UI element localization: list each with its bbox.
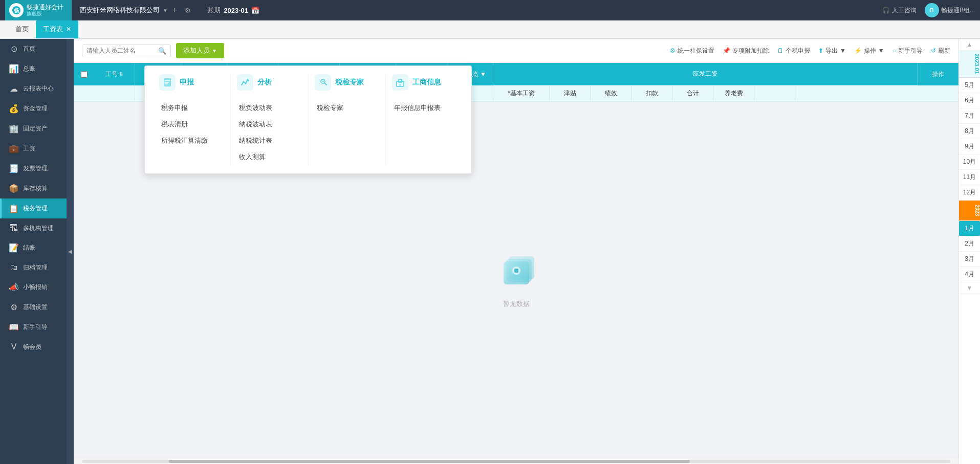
right-panel: ▲ 2023.01 5月 6月 7月 8月 9月 10月 11月 12月 202… <box>959 39 980 464</box>
sidebar-item-invoice[interactable]: 🧾 发票管理 <box>0 159 67 179</box>
sidebar-item-multi-org[interactable]: 🏗 多机构管理 <box>0 218 67 238</box>
right-panel-month-10[interactable]: 10月 <box>959 154 980 170</box>
sidebar-item-assets[interactable]: 🏢 固定资产 <box>0 119 67 139</box>
operation-icon: ⚡ <box>854 47 862 54</box>
tsh-base-salary-label: *基本工资 <box>508 89 535 98</box>
svg-point-13 <box>247 79 249 81</box>
popup-annual-report-item[interactable]: 年报信息申报表 <box>392 100 457 116</box>
add-person-button[interactable]: 添加人员 ▼ <box>176 43 224 58</box>
sidebar-item-vip[interactable]: V 畅会员 <box>0 337 67 357</box>
right-panel-month-6[interactable]: 6月 <box>959 93 980 108</box>
sidebar-item-expense[interactable]: 📣 小畅报销 <box>0 277 67 297</box>
company-dropdown-arrow[interactable]: ▼ <box>163 8 168 13</box>
th-employee-id[interactable]: 工号 ⇅ <box>94 63 135 85</box>
logo-text: 畅捷通好会计 旗舰版 <box>27 4 63 17</box>
ai-consult-button[interactable]: 🎧 人工咨询 <box>882 6 917 15</box>
right-panel-month-5[interactable]: 5月 <box>959 78 980 93</box>
svg-rect-4 <box>509 256 534 279</box>
bottom-scrollbar[interactable] <box>74 458 959 464</box>
user-area[interactable]: B 畅捷通B组... <box>925 3 975 17</box>
right-panel-month-7[interactable]: 7月 <box>959 108 980 124</box>
tsh-total: 合计 <box>672 85 713 101</box>
sort-icon: ⇅ <box>119 72 123 77</box>
right-panel-down-button[interactable]: ▼ <box>959 282 980 294</box>
tsh-total-label: 合计 <box>687 89 699 98</box>
sidebar-item-funds[interactable]: 💰 资金管理 <box>0 99 67 119</box>
expense-icon: 📣 <box>9 282 19 292</box>
right-panel-month-3[interactable]: 3月 <box>959 252 980 267</box>
popup-tax-burden-item[interactable]: 税负波动表 <box>237 100 302 116</box>
headset-icon: 🎧 <box>882 7 890 14</box>
refresh-icon: ↺ <box>931 47 936 54</box>
right-panel-up-button[interactable]: ▲ <box>959 39 980 51</box>
tsh-allowance: 津贴 <box>550 85 591 101</box>
sidebar-item-inventory[interactable]: 📦 库存核算 <box>0 179 67 198</box>
svg-point-16 <box>322 80 324 82</box>
sidebar-item-salary[interactable]: 💼 工资 <box>0 139 67 159</box>
company-settings-button[interactable]: ⚙ <box>185 7 191 14</box>
refresh-button[interactable]: ↺ 刷新 <box>931 47 950 55</box>
tsh-empty-1 <box>94 85 135 101</box>
right-panel-month-12[interactable]: 12月 <box>959 185 980 201</box>
sidebar-item-ledger[interactable]: 📊 总账 <box>0 59 67 79</box>
special-deduction-button[interactable]: 📌 专项附加扣除 <box>723 47 769 55</box>
tab-salary[interactable]: 工资表 ✕ <box>36 20 78 38</box>
tax-filing-button[interactable]: 🗒 个税申报 <box>777 47 810 55</box>
sidebar-cloud-label: 云报表中心 <box>23 84 54 93</box>
sidebar-close-label: 结账 <box>23 244 35 252</box>
popup-tax-expert-item[interactable]: 税检专家 <box>315 100 380 116</box>
right-panel-month-9[interactable]: 9月 <box>959 139 980 154</box>
tab-close-button[interactable]: ✕ <box>66 26 71 33</box>
sidebar-item-guide[interactable]: 📖 新手引导 <box>0 317 67 337</box>
archive-icon: 🗂 <box>9 263 19 272</box>
period-calendar-button[interactable]: 📅 <box>251 7 259 14</box>
popup-tax-fluctuation-item[interactable]: 纳税波动表 <box>237 116 302 132</box>
right-panel-current-month[interactable]: 1月 <box>959 221 980 236</box>
th-checkbox[interactable] <box>74 71 94 78</box>
popup-income-estimate-item[interactable]: 收入测算 <box>237 149 302 165</box>
sidebar-item-settings[interactable]: ⚙ 基础设置 <box>0 297 67 317</box>
guide-button[interactable]: ○ 新手引导 <box>892 47 923 55</box>
sidebar-collapse-button[interactable]: ◀ <box>67 39 74 464</box>
add-company-button[interactable]: + <box>172 6 177 15</box>
popup-tax-stats-item[interactable]: 纳税统计表 <box>237 132 302 149</box>
sidebar-item-home[interactable]: ⊙ 首页 <box>0 39 67 59</box>
tsh-deduction: 扣款 <box>631 85 672 101</box>
svg-rect-9 <box>165 82 169 83</box>
search-wrap: 🔍 <box>82 45 171 57</box>
right-panel-month-8[interactable]: 8月 <box>959 124 980 139</box>
svg-rect-19 <box>399 84 401 86</box>
company-name: 西安虾米网络科技有限公司 <box>80 6 160 15</box>
popup-income-tax-item[interactable]: 所得税汇算清缴 <box>159 132 224 149</box>
svg-rect-18 <box>399 79 402 82</box>
export-dropdown-icon: ▼ <box>840 47 846 54</box>
sidebar-funds-label: 资金管理 <box>23 104 48 113</box>
popup-col-filing: 申报 税务申报 税表清册 所得税汇算清缴 <box>153 74 231 165</box>
add-person-arrow-icon: ▼ <box>212 48 217 54</box>
social-insurance-button[interactable]: ⚙ 统一社保设置 <box>670 47 714 55</box>
empty-text: 暂无数据 <box>503 299 530 308</box>
popup-tax-filing-item[interactable]: 税务申报 <box>159 100 224 116</box>
sidebar-item-cloud[interactable]: ☁ 云报表中心 <box>0 79 67 99</box>
popup-col-business-header: 工商信息 <box>392 74 457 94</box>
tab-salary-label: 工资表 <box>43 25 63 34</box>
search-input[interactable] <box>86 47 158 54</box>
select-all-checkbox[interactable] <box>81 71 88 78</box>
logo-sub-text: 旗舰版 <box>27 11 63 17</box>
logo-area: 畅 畅捷通好会计 旗舰版 <box>5 0 72 20</box>
right-panel-month-2[interactable]: 2月 <box>959 236 980 252</box>
right-panel-month-11[interactable]: 11月 <box>959 170 980 185</box>
export-button[interactable]: ⬆ 导出 ▼ <box>818 47 846 55</box>
add-person-label: 添加人员 <box>183 46 210 55</box>
tab-home[interactable]: 首页 <box>8 20 36 38</box>
operation-button[interactable]: ⚡ 操作 ▼ <box>854 47 884 55</box>
sidebar-item-close[interactable]: 📝 结账 <box>0 238 67 258</box>
right-panel-year-label: 2023.01 <box>959 51 980 78</box>
sidebar-item-tax[interactable]: 📋 税务管理 <box>0 198 67 218</box>
right-panel-month-4[interactable]: 4月 <box>959 267 980 282</box>
company-area: 西安虾米网络科技有限公司 ▼ + ⚙ <box>72 6 203 15</box>
popup-tax-form-item[interactable]: 税表清册 <box>159 116 224 132</box>
sidebar-tax-label: 税务管理 <box>23 204 48 213</box>
business-col-icon <box>392 74 408 91</box>
sidebar-item-archive[interactable]: 🗂 归档管理 <box>0 258 67 277</box>
